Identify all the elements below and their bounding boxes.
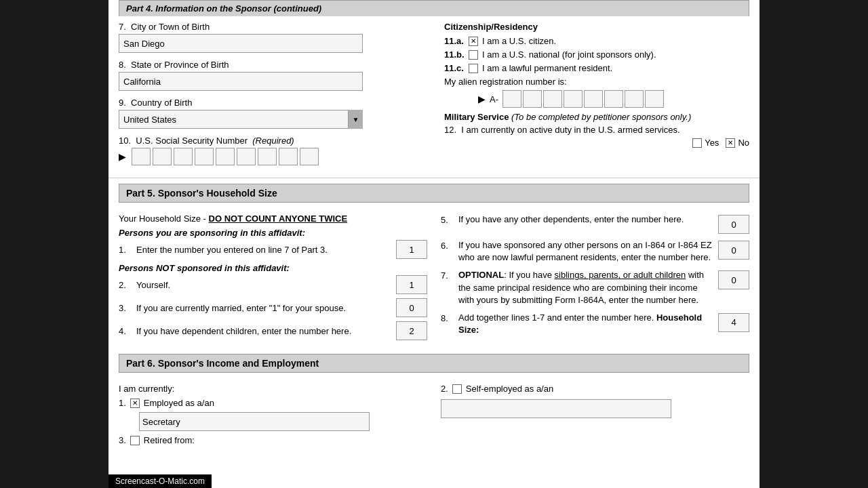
city-birth-input[interactable] [119, 34, 363, 53]
field11c-label: 11.c. [444, 63, 465, 73]
part6-content: I am currently: 1. Employed as a/an 3. R… [108, 380, 760, 453]
citizenship-title: Citizenship/Residency [444, 22, 749, 32]
alien-number-row: ▶ A- [478, 90, 749, 108]
self-employed-input[interactable] [441, 399, 671, 418]
ssn-box-8[interactable] [279, 148, 298, 165]
top-section: 7. City or Town of Birth 8. State or Pro… [108, 16, 760, 178]
field2-number: 2. [441, 384, 448, 394]
part5-input-4[interactable] [396, 321, 427, 340]
yes-no-row: Yes No [444, 138, 749, 148]
part5-input-5[interactable] [718, 215, 749, 234]
employed-label: Employed as a/an [144, 398, 214, 408]
field11a-label: 11.a. [444, 36, 465, 46]
right-col: Citizenship/Residency 11.a. I am a U.S. … [437, 22, 749, 172]
alien-box-8[interactable] [645, 90, 664, 108]
field8-label: 8. State or Province of Birth [119, 60, 424, 70]
retired-label: Retired from: [144, 435, 195, 445]
ssn-box-6[interactable] [237, 148, 256, 165]
part5-input-7[interactable] [718, 270, 749, 289]
military-yes-checkbox[interactable] [692, 138, 702, 148]
ssn-box-2[interactable] [153, 148, 172, 165]
field10-label: 10. U.S. Social Security Number (Require… [119, 136, 424, 146]
part4-header: Part 4. Information on the Sponsor (cont… [119, 0, 749, 16]
alien-box-2[interactable] [523, 90, 542, 108]
ssn-row: ▶ [119, 148, 424, 165]
alien-box-3[interactable] [543, 90, 562, 108]
ssn-arrow-icon: ▶ [119, 151, 126, 162]
part5-header-wrapper: Part 5. Sponsor's Household Size [108, 184, 760, 203]
military-field-row: 12. I am currently on active duty in the… [444, 125, 749, 135]
field11c-text: I am a lawful permanent resident. [482, 63, 612, 73]
part5-left-row-4: 4. If you have dependent children, enter… [119, 321, 427, 340]
ssn-box-3[interactable] [174, 148, 193, 165]
field11b-label: 11.b. [444, 49, 465, 60]
ssn-boxes [132, 148, 319, 165]
alien-box-4[interactable] [564, 90, 583, 108]
field9-label: 9. Country of Birth [119, 98, 424, 108]
part6-field2-row: 2. Self-employed as a/an [441, 384, 749, 394]
part5-input-6[interactable] [718, 241, 749, 260]
field11b-text: I am a U.S. national (for joint sponsors… [482, 49, 656, 60]
field11a-text: I am a U.S. citizen. [482, 36, 556, 46]
country-birth-select[interactable]: United States Other [119, 110, 363, 129]
yes-label: Yes [705, 138, 719, 148]
employed-checkbox[interactable] [130, 399, 140, 408]
field11c-checkbox[interactable] [469, 64, 478, 73]
part5-input-8[interactable] [718, 313, 749, 332]
alien-row: My alien registration number is: [444, 77, 749, 87]
field11c-row: 11.c. I am a lawful permanent resident. [444, 63, 749, 73]
occupation-input[interactable] [139, 412, 370, 431]
screencast-bar: Screencast-O-Matic.com [108, 474, 212, 488]
part6-left: I am currently: 1. Employed as a/an 3. R… [119, 384, 427, 449]
part5-header: Part 5. Sponsor's Household Size [119, 184, 749, 203]
alien-box-6[interactable] [604, 90, 623, 108]
field11b-row: 11.b. I am a U.S. national (for joint sp… [444, 49, 749, 60]
part5-input-2[interactable] [396, 275, 427, 294]
ssn-box-9[interactable] [300, 148, 319, 165]
alien-box-7[interactable] [625, 90, 644, 108]
alien-arrow-icon: ▶ [478, 94, 486, 104]
part5-right-row-5: 5. If you have any other dependents, ent… [441, 214, 749, 234]
ssn-box-1[interactable] [132, 148, 151, 165]
household-title: Your Household Size - DO NOT COUNT ANYON… [119, 214, 427, 224]
field1-number: 1. [119, 398, 126, 408]
part5-input-3[interactable] [396, 298, 427, 317]
military-title: Military Service (To be completed by pet… [444, 112, 749, 122]
ssn-box-5[interactable] [216, 148, 235, 165]
military-section: Military Service (To be completed by pet… [444, 112, 749, 148]
part5-left: Your Household Size - DO NOT COUNT ANYON… [119, 214, 427, 344]
field11a-row: 11.a. I am a U.S. citizen. [444, 36, 749, 46]
part5-right-row-6: 6. If you have sponsored any other perso… [441, 239, 749, 264]
field8-group: 8. State or Province of Birth [119, 60, 424, 91]
part5-left-row-3: 3. If you are currently married, enter "… [119, 298, 427, 317]
part5-right-row-7: 7. OPTIONAL: If you have siblings, paren… [441, 269, 749, 306]
state-birth-input[interactable] [119, 72, 363, 91]
field11b-checkbox[interactable] [469, 50, 478, 60]
yes-item: Yes [692, 138, 719, 148]
no-label: No [738, 138, 749, 148]
left-col: 7. City or Town of Birth 8. State or Pro… [119, 22, 424, 172]
part5-input-1[interactable] [396, 240, 427, 259]
part5-right: 5. If you have any other dependents, ent… [441, 214, 749, 344]
part5-right-row-8: 8. Add together lines 1-7 and enter the … [441, 312, 749, 336]
military-no-checkbox[interactable] [726, 138, 735, 148]
part6-field3-row: 3. Retired from: [119, 435, 427, 445]
part5-content: Your Household Size - DO NOT COUNT ANYON… [108, 209, 760, 348]
part6-header: Part 6. Sponsor's Income and Employment [119, 354, 749, 373]
do-not-count-text: DO NOT COUNT ANYONE TWICE [209, 214, 348, 224]
part5-left-row-1: 1. Enter the number you entered on line … [119, 240, 427, 259]
occupation-input-wrapper [139, 412, 427, 431]
self-employed-label: Self-employed as a/an [466, 384, 553, 394]
ssn-box-7[interactable] [258, 148, 277, 165]
no-item: No [726, 138, 749, 148]
retired-checkbox[interactable] [130, 436, 140, 445]
alien-box-5[interactable] [584, 90, 603, 108]
ssn-box-4[interactable] [195, 148, 214, 165]
self-employed-checkbox[interactable] [452, 384, 462, 394]
field11a-checkbox[interactable] [469, 37, 478, 46]
alien-boxes [502, 90, 664, 108]
part6-right: 2. Self-employed as a/an [441, 384, 749, 449]
alien-box-1[interactable] [502, 90, 521, 108]
field9-group: 9. Country of Birth United States Other … [119, 98, 424, 129]
field10-group: 10. U.S. Social Security Number (Require… [119, 136, 424, 165]
